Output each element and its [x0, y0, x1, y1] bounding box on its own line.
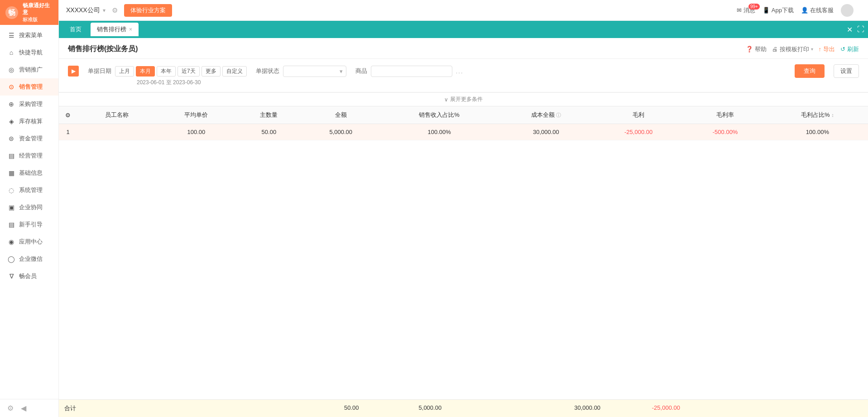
sidebar-collapse-icon[interactable]: ◀	[21, 404, 26, 412]
window-maximize-icon[interactable]: ⛶	[857, 25, 864, 34]
date-btn-7days[interactable]: 近7天	[177, 66, 200, 77]
print-button[interactable]: 🖨 按模板打印 ▾	[772, 45, 813, 53]
sidebar-item-wechat-label: 企业微信	[19, 255, 43, 263]
settings-col-icon[interactable]: ⚙	[65, 112, 71, 119]
sidebar-item-finance[interactable]: ⊜ 资金管理	[0, 130, 58, 147]
window-close-icon[interactable]: ✕	[847, 25, 853, 34]
status-select-wrapper	[283, 66, 346, 77]
trial-button[interactable]: 体验行业方案	[124, 4, 172, 17]
settings-button[interactable]: 设置	[834, 64, 859, 78]
footer-name	[155, 404, 234, 412]
sidebar-item-operations[interactable]: ▤ 经营管理	[0, 147, 58, 164]
sidebar-item-basic-info-label: 基础信息	[19, 169, 43, 177]
date-filter-group: 单据日期 上月 本月 本年 近7天 更多 自定义	[88, 66, 247, 77]
date-btn-this-month[interactable]: 本月	[136, 66, 155, 77]
product-filter-group: 商品 ...	[355, 66, 464, 77]
cell-quantity: 50.00	[236, 124, 302, 140]
col-quantity-header: 主数量	[236, 106, 302, 124]
sidebar-item-member-label: 畅会员	[19, 272, 37, 280]
tab-home[interactable]: 首页	[62, 21, 89, 38]
date-range-display: 2023-06-01 至 2023-06-30	[137, 79, 201, 86]
sidebar-bottom: ⚙ ◀	[0, 399, 58, 417]
sidebar-item-quick-nav[interactable]: ⌂ 快捷导航	[0, 44, 58, 61]
cell-rank: 1	[59, 124, 77, 140]
tab-sales-rank[interactable]: 销售排行榜 ×	[91, 23, 139, 36]
home-icon: ⌂	[7, 49, 15, 56]
status-filter-label: 单据状态	[256, 67, 279, 75]
wechat-icon: ◯	[7, 255, 15, 263]
sidebar-item-purchase[interactable]: ⊕ 采购管理	[0, 96, 58, 113]
refresh-button[interactable]: ↺ 刷新	[840, 45, 859, 53]
filter-more-dots[interactable]: ...	[456, 68, 464, 75]
sidebar-item-search[interactable]: ☰ 搜索菜单	[0, 27, 58, 44]
date-btn-this-year[interactable]: 本年	[157, 66, 176, 77]
col-avg-price-header: 平均单价	[157, 106, 236, 124]
footer-gross-pct	[784, 404, 863, 412]
date-btn-custom[interactable]: 自定义	[222, 66, 247, 77]
footer-sales-pct	[470, 404, 548, 412]
sidebar-item-wechat[interactable]: ◯ 企业微信	[0, 250, 58, 268]
footer-label: 合计	[64, 404, 155, 412]
sidebar-item-sales-label: 销售管理	[19, 83, 43, 91]
date-btn-more[interactable]: 更多	[201, 66, 221, 77]
page-title: 销售排行榜(按业务员)	[68, 44, 138, 54]
sidebar: 畅 畅康通好生意 标准版 ☰ 搜索菜单 ⌂ 快捷导航 ◎ 营销推广 ⊙ 销售管理…	[0, 0, 59, 417]
message-icon: ✉	[737, 7, 742, 14]
inventory-icon: ◈	[7, 118, 15, 125]
sidebar-item-marketing[interactable]: ◎ 营销推广	[0, 61, 58, 78]
company-chevron-icon: ▾	[103, 7, 106, 14]
cell-gross-rate: -500.00%	[684, 124, 767, 140]
sidebar-item-newbie[interactable]: ▤ 新手引导	[0, 216, 58, 233]
date-btn-last-month[interactable]: 上月	[115, 66, 134, 77]
service-label: 在线客服	[810, 6, 834, 14]
sidebar-item-member[interactable]: ∇ 畅会员	[0, 268, 58, 285]
sidebar-item-operations-label: 经营管理	[19, 152, 43, 160]
sidebar-item-app-center-label: 应用中心	[19, 238, 43, 246]
query-button[interactable]: 查询	[795, 64, 825, 78]
avatar[interactable]	[841, 4, 854, 17]
refresh-label: 刷新	[847, 45, 859, 53]
filter-area: ▶ 单据日期 上月 本月 本年 近7天 更多 自定义	[59, 59, 868, 92]
app-download-button[interactable]: 📱 App下载	[762, 6, 794, 14]
sidebar-item-enterprise-label: 企业协同	[19, 203, 43, 211]
sidebar-item-system[interactable]: ◌ 系统管理	[0, 182, 58, 199]
message-button[interactable]: ✉ 消息 99+	[737, 6, 755, 14]
sidebar-item-inventory[interactable]: ◈ 库存核算	[0, 113, 58, 130]
marketing-icon: ◎	[7, 66, 15, 73]
app-name: 畅康通好生意	[23, 2, 54, 16]
col-amount-header: 全额	[302, 106, 380, 124]
service-icon: 👤	[801, 7, 808, 14]
sidebar-item-app-center[interactable]: ◉ 应用中心	[0, 233, 58, 250]
sidebar-item-basic-info[interactable]: ▦ 基础信息	[0, 164, 58, 182]
finance-icon: ⊜	[7, 135, 15, 142]
cell-cost: 30,000.00	[499, 124, 593, 140]
sidebar-item-marketing-label: 营销推广	[19, 66, 43, 74]
filter-row: ▶ 单据日期 上月 本月 本年 近7天 更多 自定义	[68, 64, 859, 78]
settings-gear-icon[interactable]: ⚙	[112, 6, 118, 14]
expand-more-label: 展开更多条件	[450, 96, 483, 103]
product-search-input[interactable]	[371, 66, 452, 77]
company-selector[interactable]: XXXXX公司 ▾	[66, 6, 106, 14]
product-filter-label: 商品	[355, 67, 367, 75]
cost-info-icon[interactable]: ⓘ	[556, 112, 561, 118]
sidebar-item-sales[interactable]: ⊙ 销售管理	[0, 78, 58, 96]
print-label: 按模板打印	[780, 45, 809, 53]
gross-pct-info-icon[interactable]: ↕	[831, 112, 834, 118]
export-label: 导出	[823, 45, 835, 53]
cell-sales-pct: 100.00%	[380, 124, 499, 140]
help-button[interactable]: ❓ 帮助	[746, 45, 767, 53]
newbie-icon: ▤	[7, 221, 15, 228]
expand-more-button[interactable]: ∨ 展开更多条件	[59, 92, 868, 106]
sidebar-item-quick-nav-label: 快捷导航	[19, 48, 43, 57]
filter-collapse-button[interactable]: ▶	[68, 66, 79, 77]
sidebar-nav: ☰ 搜索菜单 ⌂ 快捷导航 ◎ 营销推广 ⊙ 销售管理 ⊕ 采购管理 ◈ 库存核…	[0, 25, 58, 399]
export-button[interactable]: ↑ 导出	[819, 45, 835, 53]
online-service-button[interactable]: 👤 在线客服	[801, 6, 834, 14]
sidebar-item-enterprise[interactable]: ▣ 企业协同	[0, 199, 58, 216]
tab-close-icon[interactable]: ×	[129, 26, 132, 33]
tabbar-right: ✕ ⛶	[847, 25, 864, 34]
table-container: ⚙ 员工名称 平均单价 主数量	[59, 106, 868, 399]
sidebar-settings-icon[interactable]: ⚙	[7, 404, 14, 412]
status-select[interactable]	[283, 66, 346, 77]
topbar: XXXXX公司 ▾ ⚙ 体验行业方案 ✉ 消息 99+ 📱 App下载 👤 在线…	[59, 0, 868, 21]
